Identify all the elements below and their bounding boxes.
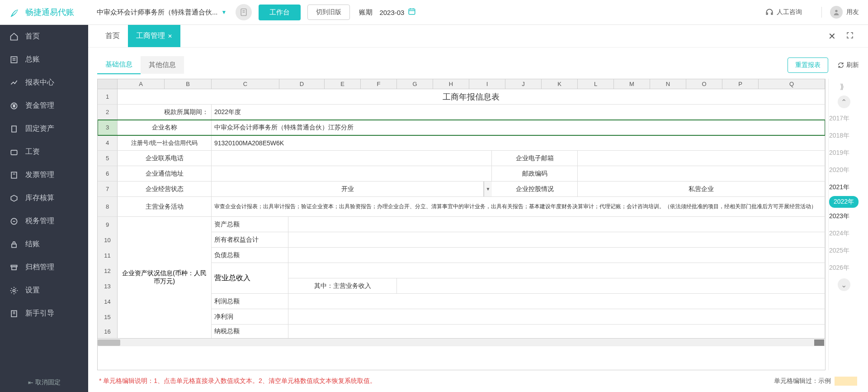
row-header[interactable]: 14 [98,294,118,309]
year-item[interactable]: 2020年 [829,162,859,179]
headset-icon [765,8,774,17]
col-header[interactable]: M [614,79,650,89]
year-item[interactable]: 2022年 [829,196,859,208]
app-logo[interactable]: 畅捷通易代账 [9,6,74,19]
row-header[interactable]: 5 [98,151,118,166]
row-header[interactable]: 15 [98,309,118,325]
svg-rect-15 [11,150,17,154]
gear-icon [9,286,19,295]
sidebar-item-close[interactable]: 结账 [0,233,88,256]
refresh-button[interactable]: 刷新 [837,61,859,69]
year-item[interactable]: 2017年 [829,110,859,127]
sidebar-item-inventory[interactable]: 库存核算 [0,186,88,210]
col-header[interactable]: G [397,79,433,89]
svg-rect-21 [12,267,16,270]
user-menu[interactable]: 用友 [830,6,859,19]
close-all-tabs[interactable]: ✕ [823,31,841,42]
home-icon [9,32,19,41]
year-item[interactable]: 2019年 [829,144,859,162]
col-header[interactable]: A [118,79,165,89]
sidebar-item-salary[interactable]: 工资 [0,140,88,163]
svg-point-7 [835,10,837,12]
scroll-down-icon[interactable]: ⌄ [838,278,850,291]
col-header[interactable]: N [650,79,686,89]
pin-icon: ⇤ [28,379,33,386]
select-all-corner[interactable] [98,79,118,89]
year-item[interactable]: 2023年 [829,208,859,225]
period-value[interactable]: 2023-03 [379,9,404,16]
sidebar-item-archive[interactable]: 归档管理 [0,256,88,279]
row-header[interactable]: 4 [98,135,118,150]
col-header[interactable]: D [279,79,325,89]
close-icon[interactable]: ✕ [168,33,172,39]
row-header[interactable]: 8 [98,197,118,216]
box-icon [9,194,19,203]
col-header[interactable]: B [165,79,212,89]
scroll-up-icon[interactable]: ⌃ [838,96,850,108]
col-header[interactable]: H [433,79,469,89]
svg-rect-19 [12,244,16,248]
period-label: 账期 [359,8,373,17]
col-header[interactable]: F [361,79,397,89]
sidebar-item-settings[interactable]: 设置 [0,279,88,302]
building-icon [9,124,19,134]
svg-rect-13 [12,126,16,132]
year-item[interactable]: 2026年 [829,259,859,277]
row-header[interactable]: 10 [98,232,118,248]
row-header[interactable]: 2 [98,105,118,120]
sidebar-unpin[interactable]: ⇤取消固定 [0,373,88,392]
col-header[interactable]: P [722,79,759,89]
company-selector[interactable]: 中审众环会计师事务所（特殊普通合伙... ▼ [97,8,226,17]
subtab-other-info[interactable]: 其他信息 [141,56,184,74]
col-header[interactable]: E [325,79,361,89]
sheet-title[interactable]: 工商年报信息表 [118,89,825,104]
calendar-icon[interactable] [408,7,416,17]
tab-business-admin[interactable]: 工商管理✕ [128,25,180,47]
col-header[interactable]: Q [759,79,825,89]
support-link[interactable]: 人工咨询 [765,8,802,17]
header-doc-icon[interactable] [236,4,252,20]
scrollbar-thumb[interactable] [98,339,120,346]
year-item[interactable]: 2021年 [829,179,859,196]
row-header[interactable]: 11 [98,248,118,263]
tab-home[interactable]: 首页 [97,25,128,47]
scrollbar-thumb[interactable] [814,339,824,346]
old-version-button[interactable]: 切到旧版 [307,5,350,20]
year-item[interactable]: 2025年 [829,242,859,259]
sidebar-item-funds[interactable]: ¥资金管理 [0,94,88,117]
col-header[interactable]: K [542,79,578,89]
year-item[interactable]: 2024年 [829,225,859,242]
reset-report-button[interactable]: 重置报表 [788,57,828,73]
sidebar-item-home[interactable]: 首页 [0,25,88,48]
svg-point-22 [13,289,15,292]
collapse-rail-icon[interactable]: ⟫ [840,82,848,91]
year-item[interactable]: 2018年 [829,127,859,144]
workbench-button[interactable]: 工作台 [259,5,301,20]
sidebar-item-assets[interactable]: 固定资产 [0,117,88,140]
sidebar-item-tax[interactable]: 税务管理 [0,210,88,233]
row-header[interactable]: 1 [98,89,118,104]
sidebar-item-guide[interactable]: 新手引导 [0,302,88,325]
horizontal-scrollbar[interactable] [98,338,825,346]
col-header[interactable]: I [469,79,505,89]
fullscreen-icon[interactable] [841,31,859,41]
row-header[interactable]: 16 [98,325,118,338]
col-header[interactable]: J [505,79,542,89]
row-header[interactable]: 3 [98,120,118,135]
year-rail: ⟫ ⌃ 2017年2018年2019年2020年2021年2022年2023年2… [828,79,859,370]
row-header[interactable]: 12 [98,263,118,278]
col-header[interactable]: L [578,79,614,89]
sidebar-item-invoice[interactable]: 发票管理 [0,163,88,186]
row-header[interactable]: 6 [98,166,118,181]
row-header[interactable]: 13 [98,278,118,294]
dropdown-icon[interactable]: ▼ [484,182,492,196]
row-header[interactable]: 9 [98,217,118,232]
col-header[interactable]: O [686,79,722,89]
col-header[interactable]: C [212,79,279,89]
spreadsheet[interactable]: A B C D E F G H I J K L M N O [97,79,826,370]
row-header[interactable]: 7 [98,182,118,196]
sidebar-item-ledger[interactable]: 总账 [0,48,88,71]
sidebar-item-reports[interactable]: 报表中心 [0,71,88,94]
chevron-down-icon: ▼ [222,9,227,15]
subtab-basic-info[interactable]: 基础信息 [97,56,141,74]
